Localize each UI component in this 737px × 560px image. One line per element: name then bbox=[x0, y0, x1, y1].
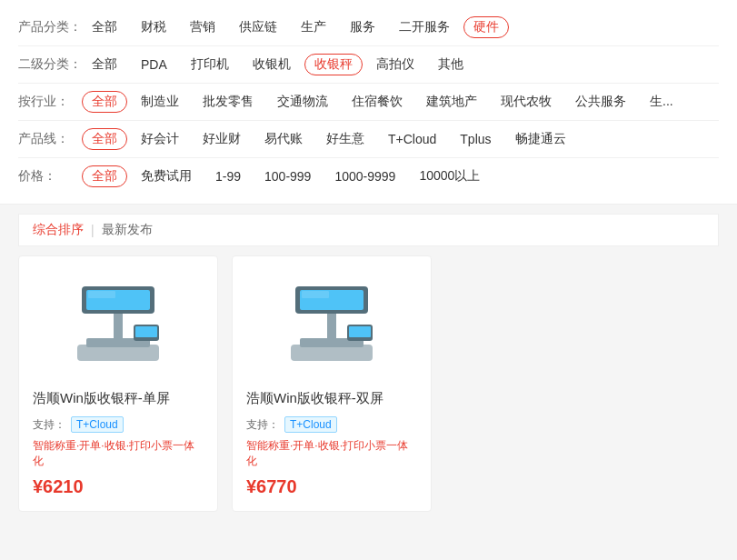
product-card[interactable]: 浩顺Win版收银秤-双屏 支持： T+Cloud 智能称重·开单·收银·打印小票… bbox=[232, 255, 432, 512]
product-price: ¥6770 bbox=[246, 476, 417, 497]
filter-item[interactable]: 生... bbox=[640, 91, 683, 113]
filter-item[interactable]: 生产 bbox=[291, 16, 336, 38]
filter-row-category: 产品分类： 全部财税营销供应链生产服务二开服务硬件 bbox=[18, 9, 719, 46]
filter-item[interactable]: Tplus bbox=[450, 129, 501, 149]
filter-item[interactable]: 批发零售 bbox=[193, 91, 264, 113]
filter-label-price: 价格： bbox=[18, 168, 82, 185]
filter-row-subcategory: 二级分类： 全部PDA打印机收银机收银秤高拍仪其他 bbox=[18, 46, 719, 84]
filter-label-productline: 产品线： bbox=[18, 131, 82, 147]
filter-item[interactable]: 畅捷通云 bbox=[505, 128, 576, 150]
product-price: ¥6210 bbox=[33, 476, 204, 497]
filter-row-price: 价格： 全部免费试用1-99100-9991000-999910000以上 bbox=[18, 158, 719, 195]
filter-item[interactable]: 公共服务 bbox=[565, 91, 636, 113]
filter-item[interactable]: 营销 bbox=[180, 16, 225, 38]
filter-item[interactable]: 服务 bbox=[340, 16, 385, 38]
filter-item[interactable]: 现代农牧 bbox=[491, 91, 562, 113]
sort-latest[interactable]: 最新发布 bbox=[102, 222, 153, 238]
filter-item[interactable]: 打印机 bbox=[181, 54, 239, 75]
filter-item[interactable]: 好生意 bbox=[316, 128, 374, 150]
filter-item[interactable]: 10000以上 bbox=[409, 165, 490, 187]
product-card[interactable]: 浩顺Win版收银秤-单屏 支持： T+Cloud 智能称重·开单·收银·打印小票… bbox=[18, 255, 218, 512]
filter-row-productline: 产品线： 全部好会计好业财易代账好生意T+CloudTplus畅捷通云 bbox=[18, 121, 719, 158]
svg-rect-10 bbox=[327, 311, 336, 340]
filter-row-industry: 按行业： 全部制造业批发零售交通物流住宿餐饮建筑地产现代农牧公共服务生... bbox=[18, 84, 719, 121]
svg-rect-15 bbox=[349, 326, 371, 337]
products-area: 浩顺Win版收银秤-单屏 支持： T+Cloud 智能称重·开单·收银·打印小票… bbox=[0, 246, 737, 521]
filter-item[interactable]: 收银机 bbox=[243, 54, 301, 75]
product-support: 支持： T+Cloud bbox=[246, 416, 417, 433]
filter-items-category: 全部财税营销供应链生产服务二开服务硬件 bbox=[82, 16, 509, 38]
filter-item[interactable]: 100-999 bbox=[254, 166, 321, 186]
product-image bbox=[246, 270, 417, 379]
filter-item[interactable]: 免费试用 bbox=[131, 165, 202, 187]
filter-item[interactable]: 收银秤 bbox=[304, 54, 363, 75]
filter-label-category: 产品分类： bbox=[18, 19, 82, 35]
filter-item[interactable]: 全部 bbox=[82, 165, 127, 187]
filter-item[interactable]: 建筑地产 bbox=[416, 91, 487, 113]
filter-item[interactable]: 硬件 bbox=[463, 16, 509, 38]
product-name: 浩顺Win版收银秤-单屏 bbox=[33, 390, 204, 407]
filter-label-subcategory: 二级分类： bbox=[18, 56, 82, 73]
filter-item[interactable]: 易代账 bbox=[254, 128, 313, 150]
svg-rect-2 bbox=[114, 311, 123, 340]
product-desc: 智能称重·开单·收银·打印小票一体化 bbox=[33, 438, 204, 469]
svg-rect-7 bbox=[135, 326, 157, 337]
filter-section: 产品分类： 全部财税营销供应链生产服务二开服务硬件 二级分类： 全部PDA打印机… bbox=[0, 0, 737, 205]
filter-item[interactable]: 1-99 bbox=[205, 166, 251, 186]
support-label: 支持： bbox=[33, 417, 65, 433]
support-tag: T+Cloud bbox=[71, 416, 124, 433]
filter-item[interactable]: T+Cloud bbox=[378, 129, 446, 149]
filter-item[interactable]: 好会计 bbox=[131, 128, 189, 150]
filter-item[interactable]: 二开服务 bbox=[389, 16, 460, 38]
product-support: 支持： T+Cloud bbox=[33, 416, 204, 433]
filter-item[interactable]: 全部 bbox=[82, 16, 127, 38]
filter-item[interactable]: 全部 bbox=[82, 54, 127, 75]
support-tag: T+Cloud bbox=[284, 416, 337, 433]
filter-item[interactable]: 制造业 bbox=[131, 91, 189, 113]
product-name: 浩顺Win版收银秤-双屏 bbox=[246, 390, 417, 407]
filter-items-price: 全部免费试用1-99100-9991000-999910000以上 bbox=[82, 165, 490, 187]
svg-rect-13 bbox=[302, 291, 329, 298]
product-image bbox=[33, 270, 204, 379]
filter-item[interactable]: 供应链 bbox=[229, 16, 287, 38]
filter-item[interactable]: 高拍仪 bbox=[366, 54, 424, 75]
filter-item[interactable]: 财税 bbox=[131, 16, 176, 38]
filter-item[interactable]: 交通物流 bbox=[267, 91, 338, 113]
filter-item[interactable]: 1000-9999 bbox=[324, 166, 405, 186]
filter-item[interactable]: 全部 bbox=[82, 128, 127, 150]
sort-divider: | bbox=[91, 223, 95, 237]
filter-items-productline: 全部好会计好业财易代账好生意T+CloudTplus畅捷通云 bbox=[82, 128, 576, 150]
filter-items-subcategory: 全部PDA打印机收银机收银秤高拍仪其他 bbox=[82, 54, 473, 75]
filter-item[interactable]: PDA bbox=[131, 55, 177, 75]
sort-bar: 综合排序 | 最新发布 bbox=[18, 214, 719, 246]
filter-item[interactable]: 住宿餐饮 bbox=[342, 91, 413, 113]
filter-item[interactable]: 好业财 bbox=[193, 128, 251, 150]
sort-active[interactable]: 综合排序 bbox=[33, 222, 84, 238]
filter-item[interactable]: 全部 bbox=[82, 91, 127, 113]
filter-item[interactable]: 其他 bbox=[428, 54, 473, 75]
filter-label-industry: 按行业： bbox=[18, 94, 82, 110]
svg-rect-5 bbox=[88, 291, 115, 298]
product-desc: 智能称重·开单·收银·打印小票一体化 bbox=[246, 438, 417, 469]
support-label: 支持： bbox=[246, 417, 279, 433]
filter-items-industry: 全部制造业批发零售交通物流住宿餐饮建筑地产现代农牧公共服务生... bbox=[82, 91, 683, 113]
